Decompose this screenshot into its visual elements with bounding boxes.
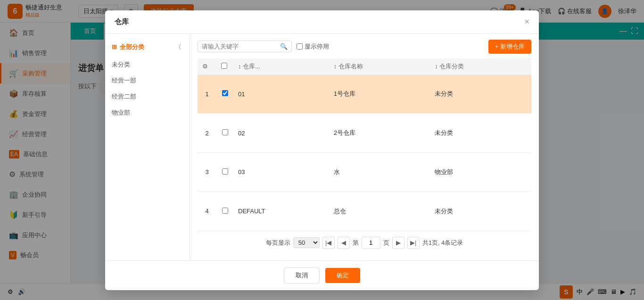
search-input-wrap: 🔍 xyxy=(198,41,292,52)
search-icon: 🔍 xyxy=(280,43,288,50)
category-panel: ⊞ 全部分类 《 未分类 经营一部 经营二部 物业部 xyxy=(105,34,190,104)
row-checkbox[interactable] xyxy=(222,90,228,96)
row-category: 未分类 xyxy=(430,75,531,104)
col-num: ⚙ xyxy=(198,58,216,75)
row-num: 1 xyxy=(198,75,216,104)
warehouse-table-body: 1 01 1号仓库 未分类 2 02 2号仓库 未分类 3 03 水 物业部 4… xyxy=(198,75,531,104)
grid-icon: ⊞ xyxy=(112,43,117,50)
category-item-dept2[interactable]: 经营二部 xyxy=(105,89,190,104)
search-wrap: 🔍 显示停用 xyxy=(198,41,329,52)
category-all-label: 全部分类 xyxy=(120,43,144,51)
row-name: 1号仓库 xyxy=(329,75,430,104)
table-panel: 🔍 显示停用 + 新增仓库 ⚙ xyxy=(190,34,539,104)
col-code: ↕ 仓库... xyxy=(233,58,329,75)
row-code: 01 xyxy=(233,75,329,104)
category-all[interactable]: ⊞ 全部分类 xyxy=(112,43,144,51)
show-disabled-label[interactable]: 显示停用 xyxy=(297,42,329,51)
category-item-unclassified[interactable]: 未分类 xyxy=(105,57,190,73)
category-header: ⊞ 全部分类 《 xyxy=(105,40,190,57)
col-check xyxy=(216,58,233,75)
select-all-checkbox[interactable] xyxy=(221,63,227,69)
table-row[interactable]: 1 01 1号仓库 未分类 xyxy=(198,75,531,104)
collapse-button[interactable]: 《 xyxy=(173,42,183,52)
modal-title: 仓库 xyxy=(115,17,129,26)
search-input[interactable] xyxy=(202,43,278,50)
table-header-row: ⚙ ↕ 仓库... ↕ 仓库名称 ↕ 仓库分类 xyxy=(198,58,531,75)
warehouse-table: ⚙ ↕ 仓库... ↕ 仓库名称 ↕ 仓库分类 xyxy=(198,58,531,104)
warehouse-modal: 仓库 × ⊞ 全部分类 《 未分类 经营一部 xyxy=(105,10,539,104)
modal-overlay: 仓库 × ⊞ 全部分类 《 未分类 经营一部 xyxy=(0,0,644,104)
category-item-dept1[interactable]: 经营一部 xyxy=(105,73,190,89)
row-checkbox-cell xyxy=(216,75,233,104)
show-disabled-checkbox[interactable] xyxy=(297,43,303,50)
table-head: ⚙ ↕ 仓库... ↕ 仓库名称 ↕ 仓库分类 xyxy=(198,58,531,75)
col-category: ↕ 仓库分类 xyxy=(430,58,531,75)
table-toolbar: 🔍 显示停用 + 新增仓库 xyxy=(198,40,531,54)
col-name: ↕ 仓库名称 xyxy=(329,58,430,75)
modal-close-button[interactable]: × xyxy=(524,17,529,27)
modal-header: 仓库 × xyxy=(105,10,539,34)
modal-body: ⊞ 全部分类 《 未分类 经营一部 经营二部 物业部 xyxy=(105,34,539,104)
add-warehouse-button[interactable]: + 新增仓库 xyxy=(488,40,531,54)
